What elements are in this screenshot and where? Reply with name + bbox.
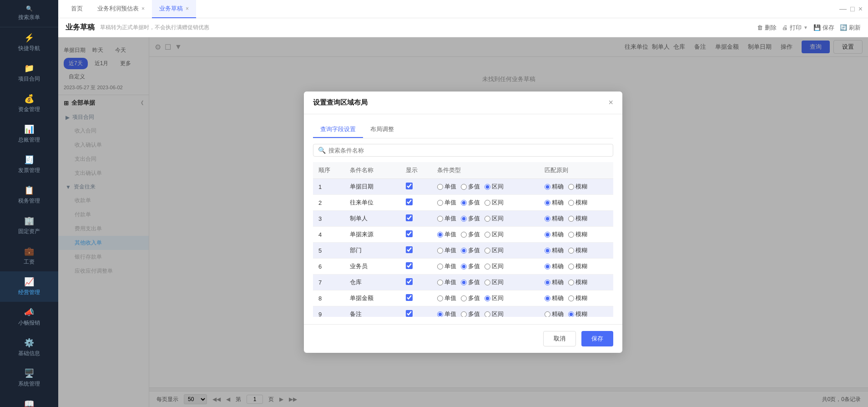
condition-radio[interactable] xyxy=(461,216,467,222)
save-header-button[interactable]: 💾 保存 xyxy=(813,24,834,32)
window-maximize[interactable]: □ xyxy=(850,5,855,13)
condition-radio[interactable] xyxy=(484,264,490,270)
match-radio-item[interactable]: 精确 xyxy=(545,198,564,207)
condition-radio[interactable] xyxy=(437,311,443,317)
condition-radio-item[interactable]: 多值 xyxy=(461,198,480,207)
condition-radio[interactable] xyxy=(484,295,490,301)
condition-radio-item[interactable]: 区间 xyxy=(484,278,504,286)
condition-radio[interactable] xyxy=(484,184,490,190)
condition-radio[interactable] xyxy=(484,311,490,317)
match-radio[interactable] xyxy=(545,264,550,270)
condition-radio[interactable] xyxy=(437,295,443,301)
tab-layout[interactable]: 布局调整 xyxy=(363,122,401,138)
match-radio-item[interactable]: 精确 xyxy=(545,230,564,239)
sidebar-search[interactable]: 🔍 搜索亲单 xyxy=(0,0,58,27)
condition-radio-item[interactable]: 区间 xyxy=(484,294,504,302)
match-radio-item[interactable]: 精确 xyxy=(545,278,564,286)
condition-radio[interactable] xyxy=(437,280,443,285)
match-radio[interactable] xyxy=(568,295,574,301)
match-radio[interactable] xyxy=(545,295,550,301)
condition-radio-item[interactable]: 单值 xyxy=(437,246,456,254)
tab-fields[interactable]: 查询字段设置 xyxy=(313,122,363,138)
condition-radio[interactable] xyxy=(484,216,490,222)
show-checkbox[interactable] xyxy=(406,278,413,285)
condition-radio-item[interactable]: 多值 xyxy=(461,278,480,286)
sidebar-item-biz[interactable]: 📈 经营管理 xyxy=(0,271,58,302)
condition-radio-item[interactable]: 单值 xyxy=(437,214,456,223)
show-checkbox[interactable] xyxy=(406,214,413,221)
match-radio-item[interactable]: 精确 xyxy=(545,294,564,302)
cancel-button[interactable]: 取消 xyxy=(543,331,576,346)
match-radio[interactable] xyxy=(545,248,550,254)
condition-radio-item[interactable]: 区间 xyxy=(484,230,504,239)
sidebar-item-tax[interactable]: 📋 税务管理 xyxy=(0,180,58,210)
match-radio[interactable] xyxy=(568,184,574,190)
match-radio-item[interactable]: 精确 xyxy=(545,183,564,191)
show-checkbox[interactable] xyxy=(406,262,413,269)
match-radio-item[interactable]: 模糊 xyxy=(568,214,587,223)
match-radio[interactable] xyxy=(568,264,574,270)
condition-radio[interactable] xyxy=(484,200,490,206)
match-radio-item[interactable]: 精确 xyxy=(545,262,564,270)
tab-draft[interactable]: 业务草稿 × xyxy=(152,0,196,18)
match-radio-item[interactable]: 模糊 xyxy=(568,183,587,191)
condition-radio[interactable] xyxy=(437,216,443,222)
condition-radio-item[interactable]: 多值 xyxy=(461,262,480,270)
condition-radio[interactable] xyxy=(437,264,443,270)
sidebar-item-quick-nav[interactable]: ⚡ 快捷导航 xyxy=(0,27,58,58)
dialog-close-button[interactable]: × xyxy=(608,98,613,107)
condition-radio[interactable] xyxy=(461,248,467,254)
condition-radio-item[interactable]: 多值 xyxy=(461,310,480,317)
match-radio-item[interactable]: 模糊 xyxy=(568,294,587,302)
match-radio[interactable] xyxy=(545,280,550,285)
condition-radio-item[interactable]: 单值 xyxy=(437,230,456,239)
sidebar-item-new-guide[interactable]: 📖 新手引导 xyxy=(0,393,58,407)
match-radio[interactable] xyxy=(545,311,550,317)
print-button[interactable]: 🖨 打印 ▼ xyxy=(782,24,808,32)
sidebar-item-salary[interactable]: 💼 工资 xyxy=(0,241,58,271)
condition-radio-item[interactable]: 区间 xyxy=(484,198,504,207)
condition-radio-item[interactable]: 单值 xyxy=(437,294,456,302)
condition-radio[interactable] xyxy=(461,232,467,238)
match-radio-item[interactable]: 模糊 xyxy=(568,262,587,270)
condition-radio-item[interactable]: 单值 xyxy=(437,262,456,270)
show-checkbox[interactable] xyxy=(406,294,413,301)
condition-radio-item[interactable]: 多值 xyxy=(461,294,480,302)
match-radio[interactable] xyxy=(568,311,574,317)
sidebar-item-basic[interactable]: ⚙️ 基础信息 xyxy=(0,332,58,363)
condition-radio[interactable] xyxy=(437,248,443,254)
confirm-save-button[interactable]: 保存 xyxy=(581,331,613,346)
condition-radio[interactable] xyxy=(437,184,443,190)
condition-radio-item[interactable]: 多值 xyxy=(461,183,480,191)
show-checkbox[interactable] xyxy=(406,230,413,237)
condition-radio-item[interactable]: 区间 xyxy=(484,262,504,270)
condition-radio-item[interactable]: 多值 xyxy=(461,246,480,254)
condition-radio[interactable] xyxy=(461,184,467,190)
sidebar-item-project[interactable]: 📁 项目合同 xyxy=(0,58,58,88)
match-radio-item[interactable]: 模糊 xyxy=(568,310,587,317)
condition-radio-item[interactable]: 单值 xyxy=(437,183,456,191)
window-minimize[interactable]: — xyxy=(839,5,847,13)
sidebar-item-finance[interactable]: 💰 资金管理 xyxy=(0,88,58,119)
condition-radio-item[interactable]: 单值 xyxy=(437,278,456,286)
match-radio[interactable] xyxy=(568,216,574,222)
condition-radio-item[interactable]: 单值 xyxy=(437,310,456,317)
condition-radio-item[interactable]: 单值 xyxy=(437,198,456,207)
tab-home[interactable]: 首页 xyxy=(64,0,90,18)
match-radio[interactable] xyxy=(545,232,550,238)
window-close[interactable]: × xyxy=(858,5,863,13)
condition-radio[interactable] xyxy=(484,248,490,254)
match-radio[interactable] xyxy=(568,280,574,285)
condition-radio[interactable] xyxy=(437,232,443,238)
sidebar-item-marketing[interactable]: 📣 小畅报销 xyxy=(0,302,58,332)
match-radio-item[interactable]: 精确 xyxy=(545,214,564,223)
condition-radio-item[interactable]: 多值 xyxy=(461,214,480,223)
condition-radio-item[interactable]: 区间 xyxy=(484,183,504,191)
tab-profit-close[interactable]: × xyxy=(141,5,145,12)
refresh-button[interactable]: 🔄 刷新 xyxy=(840,24,861,32)
match-radio-item[interactable]: 模糊 xyxy=(568,278,587,286)
sidebar-item-asset[interactable]: 🏢 固定资产 xyxy=(0,210,58,241)
match-radio[interactable] xyxy=(568,248,574,254)
match-radio-item[interactable]: 精确 xyxy=(545,310,564,317)
match-radio[interactable] xyxy=(545,184,550,190)
